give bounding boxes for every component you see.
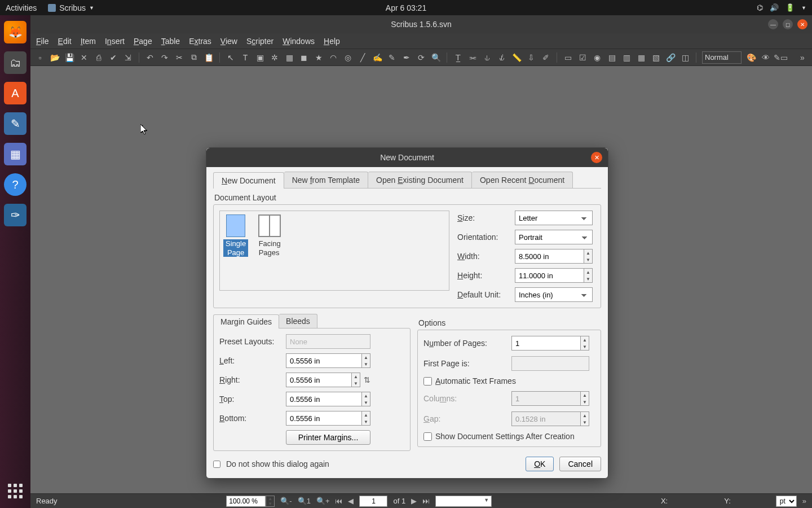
- spinner-down-icon[interactable]: ▼: [362, 361, 370, 367]
- layer-select[interactable]: ▼: [435, 496, 492, 507]
- default-unit-select[interactable]: Inches (in): [515, 287, 593, 302]
- pdf-checkbox-icon[interactable]: ☑: [577, 52, 588, 63]
- battery-icon[interactable]: 🔋: [785, 3, 795, 12]
- color-management-icon[interactable]: 🎨: [746, 52, 756, 63]
- window-close-button[interactable]: ✕: [797, 19, 807, 29]
- close-icon[interactable]: ✕: [79, 52, 89, 63]
- pdf-export-icon[interactable]: ⇲: [123, 52, 133, 63]
- activities-button[interactable]: Activities: [6, 3, 37, 12]
- zoom-out-icon[interactable]: 🔍-: [280, 497, 292, 505]
- bezier-icon[interactable]: ✍: [372, 52, 382, 63]
- copy-icon[interactable]: ⧉: [189, 52, 199, 63]
- unit-select[interactable]: pt: [776, 496, 797, 507]
- spinner-up-icon[interactable]: ▲: [362, 411, 370, 418]
- spinner-up-icon[interactable]: ▲: [584, 269, 592, 275]
- show-settings-checkbox[interactable]: [423, 432, 432, 441]
- redo-icon[interactable]: ↷: [160, 52, 170, 63]
- software-launcher[interactable]: A: [4, 82, 27, 104]
- pdf-radio-icon[interactable]: ◉: [592, 52, 602, 63]
- show-applications-button[interactable]: [4, 480, 27, 502]
- render-frame-icon[interactable]: ✲: [270, 52, 280, 63]
- edit-in-preview-icon[interactable]: ✎▭: [775, 52, 785, 63]
- measure-icon[interactable]: 📏: [511, 52, 522, 63]
- files-launcher[interactable]: 🗂: [4, 51, 27, 74]
- calligraphic-icon[interactable]: ✒: [401, 52, 412, 63]
- polygon-icon[interactable]: ★: [314, 52, 324, 63]
- spinner-down-icon[interactable]: ▼: [266, 501, 274, 506]
- size-select[interactable]: Letter: [515, 211, 593, 225]
- preview-mode-select[interactable]: Normal: [702, 51, 742, 64]
- clock-label[interactable]: Apr 6 03:21: [386, 3, 426, 12]
- spinner-down-icon[interactable]: ▼: [362, 399, 370, 406]
- automatic-text-frames-checkbox[interactable]: [423, 377, 432, 386]
- story-editor-icon[interactable]: ⫘: [467, 52, 478, 63]
- zoom-in-icon[interactable]: 🔍+: [316, 497, 330, 505]
- pdf-combobox-icon[interactable]: ▥: [621, 52, 632, 63]
- tab-bleeds[interactable]: Bleeds: [279, 314, 317, 328]
- menu-file[interactable]: File: [36, 37, 49, 46]
- table-icon[interactable]: ▦: [284, 52, 294, 63]
- rotate-icon[interactable]: ⟳: [416, 52, 426, 63]
- preflight-icon[interactable]: ✔: [108, 52, 118, 63]
- spinner-up-icon[interactable]: ▲: [584, 249, 592, 256]
- open-icon[interactable]: 📂: [50, 52, 60, 63]
- current-page-input[interactable]: [359, 496, 387, 507]
- zoom-icon[interactable]: 🔍: [431, 52, 441, 63]
- text-frame-icon[interactable]: T: [240, 52, 250, 63]
- spinner-up-icon[interactable]: ▲: [581, 336, 589, 343]
- menu-view[interactable]: View: [220, 37, 237, 46]
- freehand-icon[interactable]: ✎: [387, 52, 397, 63]
- spinner-down-icon[interactable]: ▼: [584, 256, 592, 263]
- width-input[interactable]: [515, 249, 584, 264]
- select-tool-icon[interactable]: ↖: [226, 52, 236, 63]
- menu-table[interactable]: Table: [161, 37, 180, 46]
- network-icon[interactable]: ⌬: [757, 3, 763, 12]
- topbar-app-menu[interactable]: Scribus ▼: [48, 3, 94, 12]
- save-icon[interactable]: 💾: [64, 52, 74, 63]
- menu-windows[interactable]: Windows: [283, 37, 315, 46]
- screenshot-launcher[interactable]: ▦: [4, 143, 27, 165]
- next-page-icon[interactable]: ▶: [411, 497, 417, 505]
- margin-top-input[interactable]: [286, 392, 361, 406]
- first-page-icon[interactable]: ⏮: [335, 497, 342, 505]
- unlink-frames-icon[interactable]: ⫝̸: [497, 52, 507, 63]
- spinner-up-icon[interactable]: ▲: [362, 354, 370, 361]
- copy-props-icon[interactable]: ⇩: [526, 52, 536, 63]
- menu-page[interactable]: Page: [134, 37, 152, 46]
- menu-item[interactable]: Item: [81, 37, 96, 46]
- zoom-input[interactable]: [226, 496, 266, 507]
- spinner-up-icon[interactable]: ▲: [266, 496, 274, 501]
- spinner-down-icon[interactable]: ▼: [581, 343, 589, 350]
- ok-button[interactable]: OK: [526, 457, 554, 471]
- pdf-3d-icon[interactable]: ◫: [680, 52, 690, 63]
- dont-show-again-checkbox[interactable]: [213, 461, 220, 468]
- print-icon[interactable]: ⎙: [94, 52, 104, 63]
- volume-icon[interactable]: 🔊: [770, 3, 779, 12]
- cancel-button[interactable]: Cancel: [559, 457, 601, 471]
- arc-icon[interactable]: ◠: [328, 52, 338, 63]
- window-minimize-button[interactable]: —: [768, 19, 778, 29]
- layout-facing-pages[interactable]: FacingPages: [258, 214, 281, 257]
- pdf-annotation-icon[interactable]: ▧: [651, 52, 661, 63]
- margin-right-input[interactable]: [286, 373, 351, 387]
- spiral-icon[interactable]: ◎: [343, 52, 353, 63]
- tab-margin-guides[interactable]: Margin Guides: [213, 314, 279, 329]
- zoom-reset-icon[interactable]: 🔍1: [298, 497, 311, 505]
- spinner-up-icon[interactable]: ▲: [362, 392, 370, 399]
- margin-bottom-input[interactable]: [286, 411, 361, 426]
- line-icon[interactable]: ╱: [358, 52, 368, 63]
- orientation-select[interactable]: Portrait: [515, 230, 593, 244]
- undo-icon[interactable]: ↶: [145, 52, 155, 63]
- tab-open-existing[interactable]: Open Existing Document: [368, 172, 472, 188]
- spinner-down-icon[interactable]: ▼: [352, 380, 360, 387]
- pdf-link-icon[interactable]: 🔗: [665, 52, 676, 63]
- link-margins-icon[interactable]: ⇅: [364, 375, 370, 384]
- text-editor-launcher[interactable]: ✎: [4, 112, 27, 135]
- prev-page-icon[interactable]: ◀: [348, 497, 354, 505]
- tab-new-from-template[interactable]: New from Template: [284, 172, 368, 188]
- dialog-close-button[interactable]: ✕: [591, 152, 602, 163]
- image-frame-icon[interactable]: ▣: [255, 52, 265, 63]
- scribus-launcher[interactable]: ✑: [4, 204, 27, 226]
- menu-scripter[interactable]: Scripter: [246, 37, 273, 46]
- spinner-up-icon[interactable]: ▲: [352, 373, 360, 380]
